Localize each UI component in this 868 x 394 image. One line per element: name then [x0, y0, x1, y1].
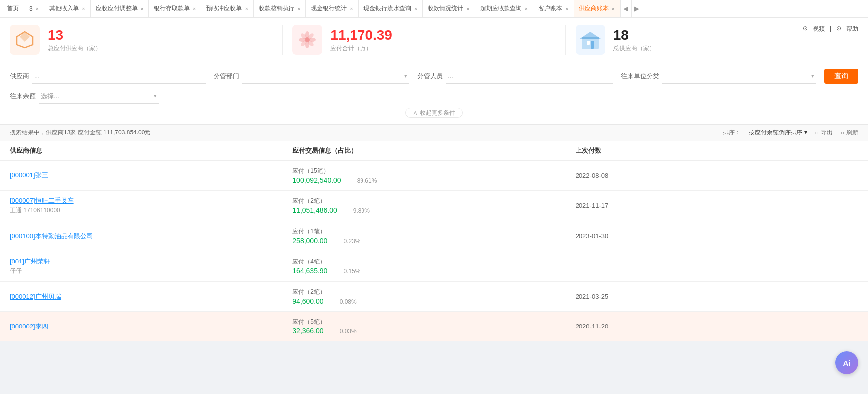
col-header-supplier: 供应商信息: [10, 146, 292, 155]
nav-tab-ar-ap-adjust-label: 应收应付调整单: [96, 4, 138, 13]
nav-tab-cash-bank-stat[interactable]: 现金银行统计 ×: [306, 0, 358, 18]
payable-cell-3: 应付（4笔） 164,635.90 0.15%: [292, 257, 575, 275]
nav-tab-other-income[interactable]: 其他收入单 ×: [44, 0, 90, 18]
nav-right-arrow[interactable]: ▶: [631, 0, 642, 18]
nav-tab-ar-ap-adjust[interactable]: 应收应付调整单 ×: [91, 0, 149, 18]
supplier-cell-3: [001]广州荣轩 仔仔: [10, 257, 292, 275]
nav-tab-overdue-query-label: 超期应收款查询: [480, 4, 522, 13]
nav-tab-three-label: 3: [29, 5, 33, 12]
last-pay-5: 2020-11-20: [576, 323, 858, 330]
results-bar: 搜索结果中，供应商13家 应付金额 111,703,854.00元 排序： 按应…: [0, 125, 868, 141]
filter-balance: 往来余额 选择... ▾: [10, 89, 159, 104]
close-tab-cash-bank-stat[interactable]: ×: [350, 6, 353, 12]
nav-tab-supplier-ledger[interactable]: 供应商账本 ×: [574, 0, 620, 18]
supplier-sub-3: 仔仔: [10, 267, 292, 275]
category-arrow-icon: ▾: [811, 73, 814, 79]
close-tab-payment-exec[interactable]: ×: [297, 6, 300, 12]
payable-count-5: 应付（5笔）: [292, 318, 575, 326]
col-header-payable: 应付交易信息（占比）: [292, 146, 575, 155]
nav-tab-receipt-stat[interactable]: 收款情况统计 ×: [423, 0, 475, 18]
person-input[interactable]: [446, 69, 613, 84]
payable-suppliers-label: 总应付供应商（家）: [48, 44, 101, 53]
payable-suppliers-number: 13: [48, 27, 101, 44]
video-link[interactable]: 视频: [813, 25, 825, 33]
sort-label: 排序：: [723, 129, 741, 137]
balance-placeholder: 选择...: [41, 92, 59, 101]
supplier-cell-5: [000002]李四: [10, 318, 292, 335]
payable-count-4: 应付（2笔）: [292, 288, 575, 296]
filter-dept: 分管部门 ▾: [214, 69, 409, 84]
supplier-link-4[interactable]: [000012]广州贝瑞: [10, 292, 292, 301]
collapse-button-container: ∧ 收起更多条件: [10, 109, 858, 117]
close-tab-three[interactable]: ×: [36, 6, 39, 12]
nav-left-arrow[interactable]: ◀: [620, 0, 631, 18]
payable-amount-row-1: 11,051,486.00 9.89%: [292, 205, 575, 214]
close-tab-other-income[interactable]: ×: [82, 6, 85, 12]
stat-icon-diamond: [10, 25, 40, 55]
nav-tab-prepay-ar-label: 预收冲应收单: [206, 4, 242, 13]
close-tab-prepay-ar[interactable]: ×: [245, 6, 248, 12]
svg-rect-14: [591, 41, 594, 49]
payable-amount-row-0: 100,092,540.00 89.61%: [292, 175, 575, 184]
query-button[interactable]: 查询: [824, 69, 858, 84]
supplier-label: 供应商: [10, 72, 29, 81]
category-select[interactable]: ▾: [662, 69, 816, 84]
payable-percent-0: 89.61%: [357, 177, 377, 184]
close-tab-supplier-ledger[interactable]: ×: [612, 6, 615, 12]
payable-percent-2: 0.23%: [343, 238, 360, 245]
stat-icon-store: [576, 25, 605, 55]
payable-amount-2: 258,000.00: [292, 237, 327, 245]
nav-tab-home-label: 首页: [7, 4, 19, 13]
collapse-button[interactable]: ∧ 收起更多条件: [405, 108, 462, 118]
payable-percent-5: 0.03%: [340, 328, 357, 335]
filter-supplier: 供应商: [10, 69, 206, 84]
dept-select[interactable]: ▾: [242, 69, 409, 84]
close-tab-ar-ap-adjust[interactable]: ×: [141, 6, 144, 12]
total-suppliers-number: 18: [613, 27, 655, 44]
filter-section: 供应商 分管部门 ▾ 分管人员 往来单位分类 ▾ 查询 往来余额 选择: [0, 62, 868, 125]
payable-cell-5: 应付（5笔） 32,366.00 0.03%: [292, 318, 575, 335]
payable-count-3: 应付（4笔）: [292, 258, 575, 266]
payable-amount-0: 100,092,540.00: [292, 176, 341, 184]
close-tab-cash-flow-query[interactable]: ×: [414, 6, 417, 12]
nav-tab-customer-ledger[interactable]: 客户账本 ×: [533, 0, 574, 18]
filter-category: 往来单位分类 ▾: [621, 69, 816, 84]
nav-tab-home[interactable]: 首页: [2, 0, 24, 18]
export-button[interactable]: ○ 导出: [815, 129, 833, 137]
supplier-link-2[interactable]: [000100]本特勤油品有限公司: [10, 232, 292, 241]
table-row: [000012]广州贝瑞 应付（2笔） 94,600.00 0.08% 2021…: [0, 282, 868, 312]
nav-tab-prepay-ar[interactable]: 预收冲应收单 ×: [201, 0, 253, 18]
payable-count-2: 应付（1笔）: [292, 227, 575, 236]
last-pay-4: 2021-03-25: [576, 293, 858, 300]
balance-select[interactable]: 选择... ▾: [39, 89, 159, 104]
help-link[interactable]: 帮助: [846, 25, 858, 33]
supplier-link-5[interactable]: [000002]李四: [10, 322, 292, 331]
nav-tab-cash-flow-query-label: 现金银行流水查询: [363, 4, 411, 13]
nav-tab-three[interactable]: 3 ×: [24, 0, 44, 18]
supplier-input[interactable]: [32, 69, 206, 84]
nav-tab-bank-deposit[interactable]: 银行存取款单 ×: [149, 0, 201, 18]
close-tab-customer-ledger[interactable]: ×: [565, 6, 568, 12]
close-tab-overdue-query[interactable]: ×: [525, 6, 528, 12]
sort-select[interactable]: 按应付余额倒序排序 ▾: [749, 129, 807, 137]
nav-tab-overdue-query[interactable]: 超期应收款查询 ×: [475, 0, 533, 18]
refresh-button[interactable]: ○ 刷新: [841, 129, 858, 137]
last-pay-cell-1: 2021-11-17: [576, 197, 858, 215]
nav-tab-cash-flow-query[interactable]: 现金银行流水查询 ×: [359, 0, 423, 18]
export-label: 导出: [821, 129, 833, 137]
supplier-link-3[interactable]: [001]广州荣轩: [10, 257, 292, 266]
supplier-link-0[interactable]: [000001]张三: [10, 171, 292, 180]
stat-content-payable-total: 11,170.39 应付合计（万）: [330, 27, 392, 53]
last-pay-cell-5: 2020-11-20: [576, 318, 858, 335]
top-navigation: 首页 3 × 其他收入单 × 应收应付调整单 × 银行存取款单 × 预收冲应收单…: [0, 0, 868, 18]
dept-arrow-icon: ▾: [404, 73, 407, 79]
nav-tab-supplier-ledger-label: 供应商账本: [579, 4, 609, 13]
supplier-cell-4: [000012]广州贝瑞: [10, 288, 292, 305]
supplier-link-1[interactable]: [000007]恒旺二手叉车: [10, 197, 292, 205]
close-tab-bank-deposit[interactable]: ×: [193, 6, 196, 12]
close-tab-receipt-stat[interactable]: ×: [466, 6, 469, 12]
nav-tab-payment-exec[interactable]: 收款核销执行 ×: [254, 0, 306, 18]
payable-amount-3: 164,635.90: [292, 267, 327, 275]
payable-amount-row-2: 258,000.00 0.23%: [292, 236, 575, 245]
payable-amount-row-5: 32,366.00 0.03%: [292, 326, 575, 335]
